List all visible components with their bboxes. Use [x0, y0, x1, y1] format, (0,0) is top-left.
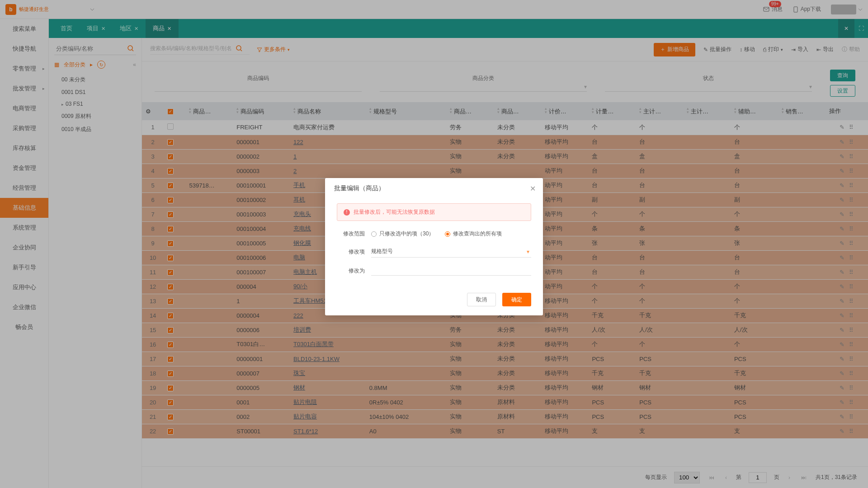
value-label: 修改为 — [337, 267, 371, 275]
field-value: 规格型号 — [371, 248, 393, 255]
batch-edit-modal: 批量编辑（商品） ✕ ! 批量修改后，可能无法恢复原数据 修改范围 只修改选中的… — [325, 178, 543, 315]
field-row: 修改项 规格型号 ▾ — [337, 246, 531, 258]
radio-icon — [371, 231, 377, 237]
cancel-button[interactable]: 取消 — [467, 293, 496, 306]
value-row: 修改为 — [337, 266, 531, 276]
scope-label: 修改范围 — [337, 230, 371, 238]
warning-icon: ! — [344, 209, 350, 216]
warning-box: ! 批量修改后，可能无法恢复原数据 — [337, 203, 531, 221]
radio-all-queried[interactable]: 修改查询出的所有项 — [445, 230, 502, 238]
radio-icon — [445, 231, 450, 237]
ok-button[interactable]: 确定 — [502, 293, 531, 306]
modal-mask[interactable]: 批量编辑（商品） ✕ ! 批量修改后，可能无法恢复原数据 修改范围 只修改选中的… — [0, 0, 868, 488]
radio-selected-only[interactable]: 只修改选中的项（30） — [371, 230, 434, 238]
field-select[interactable]: 规格型号 ▾ — [371, 246, 531, 258]
value-input[interactable] — [371, 266, 531, 276]
modal-header: 批量编辑（商品） ✕ — [325, 178, 543, 199]
scope-row: 修改范围 只修改选中的项（30） 修改查询出的所有项 — [337, 230, 531, 238]
chevron-down-icon: ▾ — [527, 249, 529, 255]
field-label: 修改项 — [337, 248, 371, 256]
warning-text: 批量修改后，可能无法恢复原数据 — [354, 208, 435, 216]
close-icon[interactable]: ✕ — [530, 184, 536, 193]
modal-title: 批量编辑（商品） — [334, 184, 385, 192]
